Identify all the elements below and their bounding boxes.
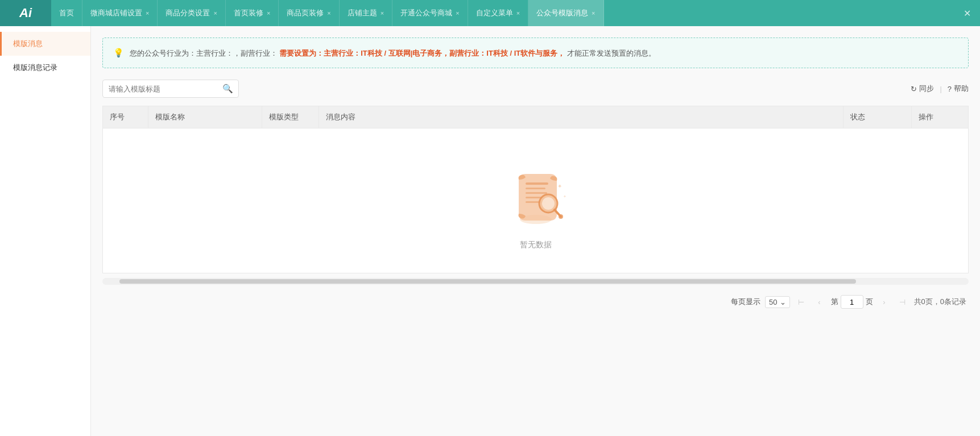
nav-tab-template-msg[interactable]: 公众号模版消息× xyxy=(528,0,603,26)
nav-tab-category[interactable]: 商品分类设置× xyxy=(158,0,225,26)
total-info: 共0页，0条记录 xyxy=(914,297,966,307)
page-size-chevron: ⌄ xyxy=(780,298,786,306)
nav-tab-wechat-mall[interactable]: 开通公众号商城× xyxy=(392,0,468,26)
table-header-row: 序号模版名称模版类型消息内容状态操作 xyxy=(103,106,969,128)
page-input-wrap: 第 页 xyxy=(831,295,873,309)
svg-point-9 xyxy=(559,214,563,219)
nav-tab-label-custom-menu: 自定义菜单 xyxy=(476,8,513,18)
nav-tab-product-page[interactable]: 商品页装修× xyxy=(279,0,339,26)
search-icon[interactable]: 🔍 xyxy=(222,84,233,94)
last-page-button[interactable]: ⊣ xyxy=(896,295,909,309)
nav-tab-close-product-page[interactable]: × xyxy=(327,10,330,16)
nav-tab-homepage[interactable]: 首页装修× xyxy=(226,0,279,26)
empty-state: ✦ ✦ 暂无数据 xyxy=(103,128,968,273)
page-size-select[interactable]: 50 ⌄ xyxy=(765,296,789,308)
help-label: 帮助 xyxy=(954,84,969,94)
page-size-value: 50 xyxy=(769,298,777,306)
logo-text: Ai xyxy=(19,6,32,20)
svg-rect-3 xyxy=(526,192,547,194)
nav-tab-weishop[interactable]: 微商城店铺设置× xyxy=(82,0,158,26)
nav-tab-custom-menu[interactable]: 自定义菜单× xyxy=(468,0,528,26)
sync-icon: ↻ xyxy=(911,85,917,93)
svg-text:✦: ✦ xyxy=(557,183,562,189)
nav-tab-close-custom-menu[interactable]: × xyxy=(516,10,520,16)
empty-row: ✦ ✦ 暂无数据 xyxy=(103,128,969,273)
scrollbar-area[interactable] xyxy=(102,278,969,285)
table-col-type: 模版类型 xyxy=(262,106,319,128)
notice-box: 💡 您的公众号行业为：主营行业：，副营行业： 需要设置为：主营行业：IT科技 /… xyxy=(102,38,969,68)
sync-label: 同步 xyxy=(919,84,934,94)
nav-tab-close-weishop[interactable]: × xyxy=(146,10,149,16)
nav-tab-theme[interactable]: 店铺主题× xyxy=(340,0,392,26)
nav-tab-home[interactable]: 首页 xyxy=(51,0,82,26)
table-body: ✦ ✦ 暂无数据 xyxy=(103,128,969,273)
svg-rect-2 xyxy=(526,188,545,189)
nav-tab-label-wechat-mall: 开通公众号商城 xyxy=(400,8,452,18)
scrollbar-thumb[interactable] xyxy=(119,279,856,284)
nav-tab-label-category: 商品分类设置 xyxy=(166,8,210,18)
page-suffix: 页 xyxy=(866,297,873,307)
sync-button[interactable]: ↻ 同步 xyxy=(911,84,934,94)
nav-tab-label-homepage: 首页装修 xyxy=(234,8,263,18)
table-col-status: 状态 xyxy=(843,106,912,128)
nav-tab-close-wechat-mall[interactable]: × xyxy=(456,10,459,16)
main-layout: 模版消息模版消息记录 💡 您的公众号行业为：主营行业：，副营行业： 需要设置为：… xyxy=(0,26,980,436)
close-all-button[interactable]: ✕ xyxy=(954,0,980,26)
svg-text:✦: ✦ xyxy=(563,194,567,198)
help-button[interactable]: ? 帮助 xyxy=(948,84,969,94)
first-page-button[interactable]: ⊢ xyxy=(795,295,808,309)
page-size-label: 每页显示 xyxy=(731,297,760,307)
nav-tab-label-product-page: 商品页装修 xyxy=(287,8,324,18)
toolbar-right: ↻ 同步 | ? 帮助 xyxy=(911,84,969,94)
page-prefix: 第 xyxy=(831,297,838,307)
nav-tab-label-template-msg: 公众号模版消息 xyxy=(536,8,588,18)
nav-tab-label-theme: 店铺主题 xyxy=(348,8,377,18)
table-col-content: 消息内容 xyxy=(319,106,843,128)
prev-page-button[interactable]: ‹ xyxy=(813,295,826,309)
notice-icon: 💡 xyxy=(113,48,124,57)
nav-tab-close-theme[interactable]: × xyxy=(381,10,384,16)
sidebar-item-template-msg-log[interactable]: 模版消息记录 xyxy=(0,56,90,80)
table-col-name: 模版名称 xyxy=(148,106,262,128)
nav-tab-close-template-msg[interactable]: × xyxy=(592,10,595,16)
content-area: 💡 您的公众号行业为：主营行业：，副营行业： 需要设置为：主营行业：IT科技 /… xyxy=(91,26,980,436)
empty-text: 暂无数据 xyxy=(520,240,552,250)
next-page-button[interactable]: › xyxy=(878,295,891,309)
toolbar-divider: | xyxy=(940,85,941,93)
notice-prefix: 您的公众号行业为：主营行业：，副营行业： xyxy=(130,49,278,57)
table-col-action: 操作 xyxy=(912,106,969,128)
search-bar: 🔍 ↻ 同步 | ? 帮助 xyxy=(102,80,969,98)
sidebar: 模版消息模版消息记录 xyxy=(0,26,91,436)
nav-tab-close-homepage[interactable]: × xyxy=(267,10,270,16)
search-input-wrap: 🔍 xyxy=(102,80,239,98)
page-input[interactable] xyxy=(841,295,863,309)
pagination: 每页显示 50 ⌄ ⊢ ‹ 第 页 › ⊣ 共0页，0条记录 xyxy=(102,289,969,311)
logo: Ai xyxy=(0,0,51,26)
nav-tab-close-category[interactable]: × xyxy=(213,10,217,16)
empty-icon: ✦ ✦ xyxy=(502,163,570,231)
search-input[interactable] xyxy=(102,80,239,98)
svg-rect-1 xyxy=(526,182,548,185)
data-table: 序号模版名称模版类型消息内容状态操作 xyxy=(102,106,969,273)
nav-tabs: 首页微商城店铺设置×商品分类设置×首页装修×商品页装修×店铺主题×开通公众号商城… xyxy=(51,0,954,26)
notice-highlight: 需要设置为：主营行业：IT科技 / 互联网|电子商务，副营行业：IT科技 / I… xyxy=(279,49,565,57)
table-header: 序号模版名称模版类型消息内容状态操作 xyxy=(103,106,969,128)
nav-tab-label-weishop: 微商城店铺设置 xyxy=(90,8,142,18)
nav-tab-label-home: 首页 xyxy=(59,8,74,18)
svg-point-7 xyxy=(542,197,555,210)
notice-suffix: 才能正常发送预置的消息。 xyxy=(567,49,656,57)
table-col-index: 序号 xyxy=(103,106,148,128)
sidebar-item-template-msg[interactable]: 模版消息 xyxy=(0,32,90,56)
top-nav: Ai 首页微商城店铺设置×商品分类设置×首页装修×商品页装修×店铺主题×开通公众… xyxy=(0,0,980,26)
help-icon: ? xyxy=(948,85,952,93)
